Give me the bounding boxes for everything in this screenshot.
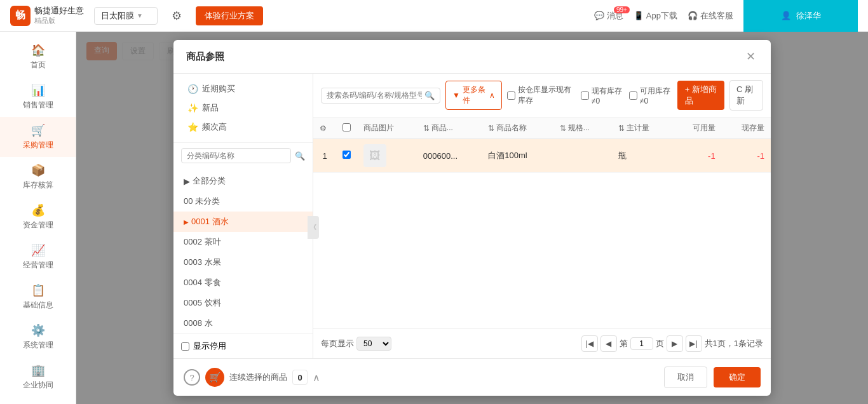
page-size-selector: 每页显示 50 10 20 100: [321, 337, 391, 351]
sidebar: 🏠 首页 📊 销售管理 🛒 采购管理 📦 库存核算 💰 资金管理 📈 经营管理 …: [0, 32, 76, 404]
home-icon: 🏠: [31, 43, 45, 57]
sidebar-item-inventory[interactable]: 📦 库存核算: [0, 157, 76, 197]
category-0001[interactable]: ▶ 0001 酒水: [173, 212, 313, 232]
store-name: 日太阳膜: [101, 10, 134, 22]
star-icon: ⭐: [187, 122, 198, 132]
footer-collapse-button[interactable]: ∧: [313, 372, 320, 384]
category-0004[interactable]: 0004 零食: [173, 273, 313, 293]
page-label: 第: [620, 338, 628, 349]
th-stock[interactable]: 现存量: [722, 118, 771, 139]
usable-stock-filter[interactable]: 可用库存≠0: [629, 86, 672, 105]
settings-button[interactable]: ⚙: [165, 4, 188, 27]
first-page-button[interactable]: |◀: [581, 335, 598, 352]
category-0008[interactable]: 0008 水: [173, 313, 313, 333]
messages-button[interactable]: 💬 消息 99+: [594, 10, 623, 22]
category-search-input[interactable]: [181, 148, 291, 163]
quick-new-product[interactable]: ✨ 新品: [181, 99, 305, 117]
category-00[interactable]: 00 未分类: [173, 191, 313, 212]
experience-button[interactable]: 体验行业方案: [196, 6, 263, 25]
user-area[interactable]: 👤 徐泽华: [743, 0, 858, 32]
headset-icon: 🎧: [688, 11, 698, 20]
category-all[interactable]: ▶ 全部分类: [173, 171, 313, 191]
td-index: 1: [313, 139, 336, 173]
sort-icon3: ⇅: [560, 124, 566, 133]
sidebar-label-finance: 资金管理: [23, 220, 53, 231]
last-page-button[interactable]: ▶|: [686, 335, 702, 352]
main-layout: 🏠 首页 📊 销售管理 🛒 采购管理 📦 库存核算 💰 资金管理 📈 经营管理 …: [0, 32, 868, 404]
sidebar-item-guide[interactable]: 🔰 新手引导: [0, 397, 76, 404]
online-service-button[interactable]: 🎧 在线客服: [688, 10, 733, 22]
th-image: 商品图片: [357, 118, 417, 139]
sidebar-item-management[interactable]: 📈 经营管理: [0, 237, 76, 277]
logo-text: 畅捷通好生意: [34, 6, 84, 16]
refresh-button[interactable]: C 刷新: [729, 80, 763, 111]
system-icon: ⚙️: [31, 323, 45, 337]
sidebar-item-system[interactable]: ⚙️ 系统管理: [0, 317, 76, 357]
sidebar-item-home[interactable]: 🏠 首页: [0, 37, 76, 77]
th-available[interactable]: 可用量: [672, 118, 721, 139]
prev-page-button[interactable]: ◀: [600, 335, 617, 352]
category-list: ▶ 全部分类 00 未分类 ▶ 0001 酒水 0002 茶: [173, 168, 313, 333]
th-settings[interactable]: ⚙: [313, 118, 336, 139]
cancel-button[interactable]: 取消: [664, 367, 707, 388]
category-0005[interactable]: 0005 饮料: [173, 293, 313, 313]
sidebar-item-enterprise[interactable]: 🏢 企业协同: [0, 357, 76, 397]
td-checkbox[interactable]: [336, 139, 357, 173]
modal-footer: ? 🛒 连续选择的商品 0 ∧ 取消 确定: [173, 358, 771, 396]
page-size-select[interactable]: 50 10 20 100: [356, 337, 391, 351]
show-disabled-label[interactable]: 显示停用: [193, 340, 226, 352]
th-unit[interactable]: ⇅ 主计量: [612, 118, 672, 139]
active-arrow-icon: ▶: [184, 219, 189, 226]
category-0003[interactable]: 0003 水果: [173, 252, 313, 273]
th-spec[interactable]: ⇅ 规格...: [553, 118, 612, 139]
td-stock: -1: [722, 139, 771, 173]
th-code[interactable]: ⇅ 商品...: [417, 118, 482, 139]
app-download-button[interactable]: 📱 App下载: [634, 10, 677, 22]
table-row[interactable]: 1 🖼 000600... 白酒100ml: [313, 139, 771, 173]
store-selector[interactable]: 日太阳膜 ▼: [94, 7, 158, 25]
more-filter-button[interactable]: ▼ 更多条件 ∧: [445, 81, 502, 110]
basic-icon: 📋: [31, 283, 45, 297]
td-code: 000600...: [417, 139, 482, 173]
row-checkbox[interactable]: [342, 151, 351, 159]
table-header-row: ⚙ 商品图片: [313, 118, 771, 139]
select-all-checkbox[interactable]: [342, 123, 351, 131]
th-name[interactable]: ⇅ 商品名称: [482, 118, 553, 139]
quick-recent-purchase[interactable]: 🕐 近期购买: [181, 80, 305, 98]
modal-right-panel: 🔍 ▼ 更多条件 ∧ 按仓库显示现有库存: [313, 74, 771, 358]
next-page-button[interactable]: ▶: [667, 335, 683, 352]
sidebar-item-sales[interactable]: 📊 销售管理: [0, 77, 76, 117]
cart-label: 连续选择的商品: [229, 372, 287, 383]
th-checkbox[interactable]: [336, 118, 357, 139]
page-number-input[interactable]: [630, 337, 653, 350]
modal-overlay: 商品参照 ✕ 🕐 近期购买: [76, 32, 868, 404]
available-stock-filter[interactable]: 现有库存≠0: [581, 86, 624, 105]
quick-high-frequency[interactable]: ⭐ 频次高: [181, 118, 305, 136]
show-disabled-checkbox[interactable]: [181, 342, 189, 351]
message-icon: 💬: [594, 11, 604, 20]
add-product-button[interactable]: + 新增商品: [677, 81, 724, 110]
sidebar-item-basic[interactable]: 📋 基础信息: [0, 277, 76, 317]
management-icon: 📈: [31, 243, 45, 257]
product-search-input[interactable]: [327, 91, 422, 100]
sidebar-label-system: 系统管理: [23, 340, 53, 351]
nav-right: 💬 消息 99+ 📱 App下载 🎧 在线客服 👤 徐泽华: [594, 0, 858, 32]
modal-close-button[interactable]: ✕: [743, 49, 758, 64]
toolbar-right: + 新增商品 C 刷新: [677, 80, 763, 111]
help-icon[interactable]: ?: [184, 369, 200, 386]
td-image: 🖼: [357, 139, 417, 173]
confirm-button[interactable]: 确定: [714, 367, 761, 387]
sidebar-item-finance[interactable]: 💰 资金管理: [0, 197, 76, 237]
phone-icon: 📱: [634, 11, 644, 20]
collapse-panel-button[interactable]: 《: [308, 216, 319, 239]
sidebar-item-purchase[interactable]: 🛒 采购管理: [0, 117, 76, 157]
username: 徐泽华: [796, 10, 821, 22]
product-search-box[interactable]: 🔍: [321, 88, 440, 104]
category-0002[interactable]: 0002 茶叶: [173, 232, 313, 252]
modal-header: 商品参照 ✕: [173, 40, 771, 74]
page-navigation: |◀ ◀ 第 页 ▶ ▶| 共1页，1条记录: [581, 335, 763, 352]
search-icon[interactable]: 🔍: [424, 91, 435, 100]
category-search-icon[interactable]: 🔍: [295, 151, 305, 161]
warehouse-filter-checkbox[interactable]: 按仓库显示现有库存: [507, 84, 576, 106]
cart-count: 0: [292, 370, 308, 385]
